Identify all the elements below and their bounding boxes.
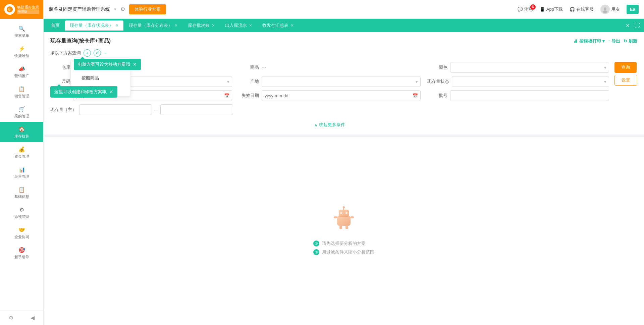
refresh-icon: ↻	[624, 39, 627, 44]
main: 装备及固定资产辅助管理系统 ▾ ⚙ 体验行业方案 💬 消息 6 📱 App下载 …	[44, 0, 644, 325]
query-area: 现存量查询(按仓库+商品) 🖨 按模板打印 ▾ ↑ 导出 ↻ 刷新	[44, 32, 644, 134]
tab-close-inventory-status[interactable]: ✕	[115, 23, 119, 28]
header-app[interactable]: 📱 App下载	[540, 6, 563, 12]
quicknav-label: 快捷导航	[14, 53, 29, 58]
form-row-2: 尺码 产地 现存量状态	[50, 76, 609, 87]
marketing-label: 营销推广	[14, 73, 29, 78]
sidebar-item-inventory[interactable]: 🏠 库存核算	[0, 122, 43, 142]
sidebar-item-quicknav[interactable]: ⚡ 快捷导航	[0, 42, 43, 62]
logo-title: 畅捷通好生意	[17, 5, 39, 9]
tab-close-batch-ledger[interactable]: ✕	[212, 23, 215, 28]
filter-bar: 按以下方案查询 + ↺ ←	[50, 49, 637, 57]
header-settings-icon[interactable]: ⚙	[120, 6, 125, 12]
scheme-tooltip-text: 电脑方案可设为移动方案哦	[78, 61, 130, 67]
batch-no-input[interactable]	[450, 90, 609, 101]
sidebar-item-system[interactable]: ⚙ 系统管理	[0, 203, 43, 223]
search-button[interactable]: 查询	[614, 62, 637, 73]
svg-rect-11	[345, 226, 348, 229]
produce-date-calendar-icon[interactable]: 📅	[224, 93, 229, 98]
marketing-icon: 📣	[18, 65, 25, 72]
tab-close-inout-flow[interactable]: ✕	[249, 23, 252, 28]
scheme-tooltip-close[interactable]: ✕	[133, 62, 137, 67]
tab-close-collect-summary[interactable]: ✕	[290, 23, 294, 28]
expire-date-input[interactable]	[262, 90, 421, 101]
svg-rect-13	[351, 216, 354, 218]
stock-status-field: 现存量状态	[427, 76, 609, 87]
sidebar-item-sales[interactable]: 📋 销售管理	[0, 82, 43, 102]
expire-date-calendar-icon[interactable]: 📅	[413, 93, 418, 98]
operations-label: 经营管理	[14, 174, 29, 179]
service-icon: 🎧	[570, 7, 575, 12]
sidebar-menu: 🔍 搜索菜单 ⚡ 快捷导航 📣 营销推广 📋 销售管理 🛒 采购管理 🏠 库存核…	[0, 19, 43, 310]
sidebar-item-enterprise[interactable]: 🤝 企业协同	[0, 223, 43, 243]
filter-arrow-button[interactable]: ←	[104, 50, 108, 56]
goods-ellipsis[interactable]: ···	[262, 64, 266, 70]
sidebar-item-search[interactable]: 🔍 搜索菜单	[0, 21, 43, 42]
settings-bottom-icon[interactable]: ⚙	[9, 315, 13, 321]
tab-batch-ledger[interactable]: 库存批次账 ✕	[183, 20, 220, 31]
filter-refresh-button[interactable]: ↺	[94, 49, 101, 57]
logo-badge: 标准版	[17, 9, 39, 14]
create-tooltip: 这里可以创建和修改方案哦 ✕	[50, 86, 117, 98]
reset-button[interactable]: 设置	[614, 75, 637, 86]
tab-inventory-status[interactable]: 现存量（库存状况表） ✕	[65, 20, 123, 31]
filter-section: 按以下方案查询 + ↺ ← 电脑方案可设为移动方案哦 ✕ ▶ 电脑	[50, 49, 637, 57]
origin-select[interactable]	[262, 76, 421, 87]
purchase-label: 采购管理	[14, 114, 29, 119]
empty-tip-2: ② 用过滤条件来缩小分析范围	[313, 248, 374, 257]
header-service[interactable]: 🎧 在线客服	[570, 6, 594, 12]
stock-status-select[interactable]	[452, 76, 609, 87]
stock-main-field: 现存量（主） —	[50, 104, 233, 115]
collapse-bar[interactable]: ∧ 收起更多条件	[50, 118, 609, 129]
tab-inventory-dist[interactable]: 现存量（库存分布表） ✕	[124, 20, 182, 31]
svg-point-6	[340, 212, 342, 214]
purchase-icon: 🛒	[18, 105, 25, 113]
svg-rect-12	[334, 216, 337, 218]
stock-main-to[interactable]	[160, 104, 233, 115]
header-msg[interactable]: 💬 消息 6	[518, 6, 533, 12]
tab-inout-flow[interactable]: 出入库流水 ✕	[220, 20, 257, 31]
color-field: 颜色	[427, 62, 609, 73]
header-user[interactable]: 用友	[600, 5, 620, 14]
service-label: 在线客服	[576, 6, 594, 12]
guide-icon: 🎯	[18, 246, 25, 254]
filter-add-button[interactable]: +	[84, 49, 91, 57]
scheme-pc1[interactable]: 按照商品	[77, 73, 130, 83]
enterprise-label: 企业协同	[14, 234, 29, 239]
sidebar-item-guide[interactable]: 🎯 新手引导	[0, 243, 43, 263]
system-name: 装备及固定资产辅助管理系统	[49, 6, 110, 12]
export-icon: ↑	[608, 39, 610, 44]
page-title-row: 现存量查询(按仓库+商品) 🖨 按模板打印 ▾ ↑ 导出 ↻ 刷新	[50, 38, 637, 45]
tab-close-inventory-dist[interactable]: ✕	[174, 23, 178, 28]
sidebar-item-operations[interactable]: 📊 经营管理	[0, 162, 43, 182]
page-title: 现存量查询(按仓库+商品)	[50, 38, 111, 45]
tab-home[interactable]: 首页	[46, 20, 64, 31]
sidebar-item-marketing[interactable]: 📣 营销推广	[0, 62, 43, 82]
search-buttons: 查询 设置	[614, 62, 637, 86]
sidebar-item-basic[interactable]: 📋 基础信息	[0, 182, 43, 203]
trial-button[interactable]: 体验行业方案	[129, 4, 166, 14]
tab-collect-summary[interactable]: 收发存汇总表 ✕	[258, 20, 299, 31]
tabs-expand-icon[interactable]: ⛶	[633, 22, 641, 29]
collapse-sidebar-icon[interactable]: ◀	[31, 315, 35, 321]
inventory-label: 库存核算	[14, 134, 29, 139]
print-btn[interactable]: 🖨 按模板打印 ▾	[574, 38, 605, 44]
ea-badge: Ea	[627, 5, 639, 14]
sidebar-item-finance[interactable]: 💰 资金管理	[0, 142, 43, 162]
export-btn[interactable]: ↑ 导出	[608, 38, 621, 44]
quicknav-icon: ⚡	[18, 45, 25, 52]
create-tooltip-close[interactable]: ✕	[109, 89, 113, 95]
basic-label: 基础信息	[14, 194, 29, 199]
logo-icon: G	[4, 4, 15, 15]
stock-main-from[interactable]	[79, 104, 152, 115]
user-avatar	[600, 5, 610, 14]
sidebar-item-purchase[interactable]: 🛒 采购管理	[0, 102, 43, 122]
sales-icon: 📋	[18, 85, 25, 93]
app-label: App下载	[546, 6, 563, 12]
filter-label: 按以下方案查询	[50, 50, 81, 56]
svg-point-3	[603, 10, 607, 13]
tabs-close-all-icon[interactable]: ✕	[624, 22, 631, 29]
refresh-btn[interactable]: ↻ 刷新	[624, 38, 637, 44]
color-select[interactable]	[450, 62, 609, 73]
inventory-icon: 🏠	[18, 125, 25, 133]
